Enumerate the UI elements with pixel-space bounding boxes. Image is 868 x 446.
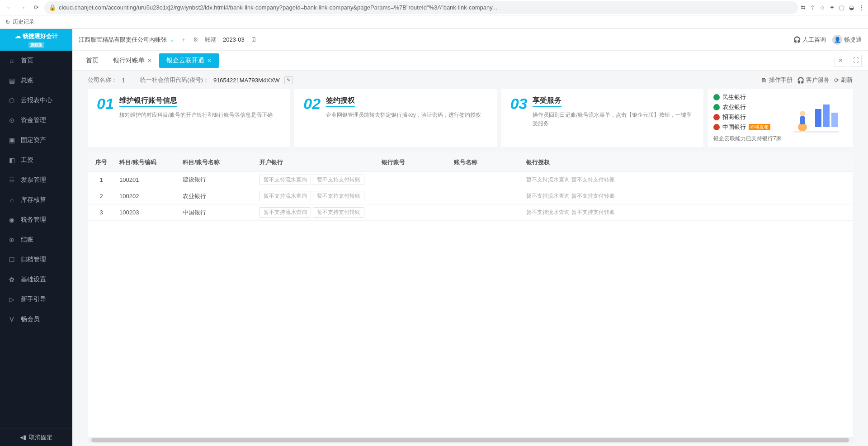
avatar-icon: 👤 [832,35,842,45]
menu-label: 结账 [21,236,33,244]
pill-pay: 暂不支持支付转账 [313,175,364,185]
profile-icon[interactable]: ◒ [849,4,854,11]
menu-label: 总账 [21,76,33,85]
history-icon[interactable]: ↻ [5,19,10,25]
forward-button[interactable]: → [17,2,28,13]
bookmark-history[interactable]: 历史记录 [13,18,34,26]
extensions-icon[interactable]: ✦ [830,4,835,11]
bookmarks-bar: ↻ 历史记录 [0,15,868,29]
tab-label: 银行对账单 [113,57,145,65]
sidebar-item[interactable]: ⌂首页 [0,51,72,71]
tab-label: 银企云联开通 [166,57,204,65]
sidebar-item[interactable]: ⌂库存核算 [0,190,72,210]
tab[interactable]: 银企云联开通✕ [159,53,219,68]
bank-row: 农业银行 [713,103,782,111]
sidebar-menu: ⌂首页▤总账⬡云报表中心⊙资金管理▣固定资产◧工资☲发票管理⌂库存核算◉税务管理… [0,51,72,428]
step-desc: 核对维护的对应科目/账号的开户银行和银行账号等信息是否正确 [119,111,281,119]
menu-label: 税务管理 [21,216,46,224]
sidebar-unpin[interactable]: ◂▮ 取消固定 [0,428,72,446]
sidebar-item[interactable]: ⬡云报表中心 [0,90,72,110]
unpin-icon: ◂▮ [20,434,26,441]
menu-icon: ✿ [8,276,15,283]
sidebar-item[interactable]: ⊙资金管理 [0,110,72,130]
panel-icon[interactable]: ▢ [839,4,844,11]
banks-illustration [785,93,847,142]
share-icon[interactable]: ⇪ [810,4,815,11]
add-button[interactable]: ＋ [181,36,187,44]
svg-rect-2 [831,113,838,127]
pill-flow: 暂不支持流水查询 [259,207,311,218]
edit-credit-button[interactable]: ✎ [284,76,293,84]
page-tabs: 首页银行对账单✕银企云联开通✕ ✕ ⛶ [72,51,868,71]
tab-close[interactable]: ✕ [147,57,152,64]
menu-icon: ⌂ [8,196,15,204]
tab-label: 首页 [86,57,99,65]
step-number: 03 [510,96,528,140]
fullscreen-toggle[interactable]: ⛶ [850,55,862,66]
manual-link[interactable]: 🗎 操作手册 [761,76,793,84]
company-label: 公司名称： [88,76,117,84]
credit-value: 91654221MA793M4XXW [213,77,280,84]
cell-accname [449,204,522,221]
reload-button[interactable]: ⟳ [31,2,42,13]
step-card: 01维护银行账号信息核对维护的对应科目/账号的开户银行和银行账号等信息是否正确 [88,89,290,147]
browser-toolbar: ← → ⟳ 🔒 cloud.chanjet.com/accounting/uru… [0,0,868,15]
period-label: 账期 [205,36,217,44]
bank-row: 中国银行即将发布 [713,123,782,131]
table-header: 账号名称 [449,153,522,171]
tab[interactable]: 首页 [79,53,106,68]
sidebar-item[interactable]: ◧工资 [0,150,72,170]
user-menu[interactable]: 👤 畅捷通 [832,35,862,45]
menu-icon: ◉ [8,216,15,223]
refresh-link[interactable]: ⟳ 刷新 [834,76,853,84]
step-card: 02签约授权企业网银管理员跳转去指定银行插key，验证密码，进行签约授权 [294,89,496,147]
close-all-tabs[interactable]: ✕ [835,55,846,66]
step-title: 签约授权 [326,96,355,107]
table-row: 2100202农业银行暂不支持流水查询暂不支持支付转账暂不支持流水查询 暂不支持… [88,188,853,204]
logo-icon: ☁ [15,33,21,39]
topbar: 江西服宝精品有限责任公司内账张 ⌄ ＋ ⚙ 账期 2023-03 🗓 🎧 人工咨… [72,29,868,51]
bank-name: 招商银行 [722,113,746,121]
sidebar-item[interactable]: V畅会员 [0,309,72,329]
settings-button[interactable]: ⚙ [193,36,198,43]
sidebar-item[interactable]: ▣固定资产 [0,130,72,150]
tab-close[interactable]: ✕ [207,57,212,64]
bank-tag: 即将发布 [749,124,770,130]
company-selector[interactable]: 江西服宝精品有限责任公司内账张 ⌄ [79,36,175,44]
sidebar-item[interactable]: ✿基础设置 [0,270,72,289]
service-link[interactable]: 🎧 客户服务 [797,76,830,84]
menu-icon[interactable]: ⋮ [859,4,864,11]
bank-row: 招商银行 [713,113,782,121]
pill-flow: 暂不支持流水查询 [259,175,311,185]
cell-accname [449,172,522,188]
address-bar[interactable]: 🔒 cloud.chanjet.com/accounting/uru5u23o1… [44,1,798,14]
table-header: 银行账号 [377,153,449,171]
back-button[interactable]: ← [4,2,14,13]
url-text: cloud.chanjet.com/accounting/uru5u23o1xj… [59,4,497,11]
sidebar: ☁ 畅捷通好会计 旗舰版 ⌂首页▤总账⬡云报表中心⊙资金管理▣固定资产◧工资☲发… [0,29,72,446]
horizontal-scrollbar[interactable] [88,437,853,443]
sidebar-item[interactable]: ▤总账 [0,71,72,90]
scroll-thumb[interactable] [91,438,849,442]
sidebar-item[interactable]: ☲发票管理 [0,170,72,190]
bank-icon [713,104,720,110]
cell-account [377,188,449,204]
tab[interactable]: 银行对账单✕ [106,53,159,68]
cell-index: 2 [88,188,115,204]
sidebar-item[interactable]: ◉税务管理 [0,210,72,230]
browser-actions: ⇆ ⇪ ☆ ✦ ▢ ◒ ⋮ [801,4,864,11]
sidebar-item[interactable]: ⊕结账 [0,230,72,250]
translate-icon[interactable]: ⇆ [801,4,806,11]
app-logo[interactable]: ☁ 畅捷通好会计 旗舰版 [0,29,72,51]
sidebar-item[interactable]: ☐归档管理 [0,250,72,270]
sidebar-item[interactable]: ▷新手引导 [0,289,72,309]
cell-account [377,204,449,221]
star-icon[interactable]: ☆ [820,4,825,11]
calendar-icon[interactable]: 🗓 [251,36,257,43]
cell-auth: 暂不支持流水查询 暂不支持支付转账 [522,188,853,204]
logo-subtitle: 旗舰版 [28,42,44,48]
menu-label: 发票管理 [21,176,46,184]
period-value: 2023-03 [223,36,245,43]
support-link[interactable]: 🎧 人工咨询 [793,36,826,44]
table-header: 开户银行 [255,153,377,171]
